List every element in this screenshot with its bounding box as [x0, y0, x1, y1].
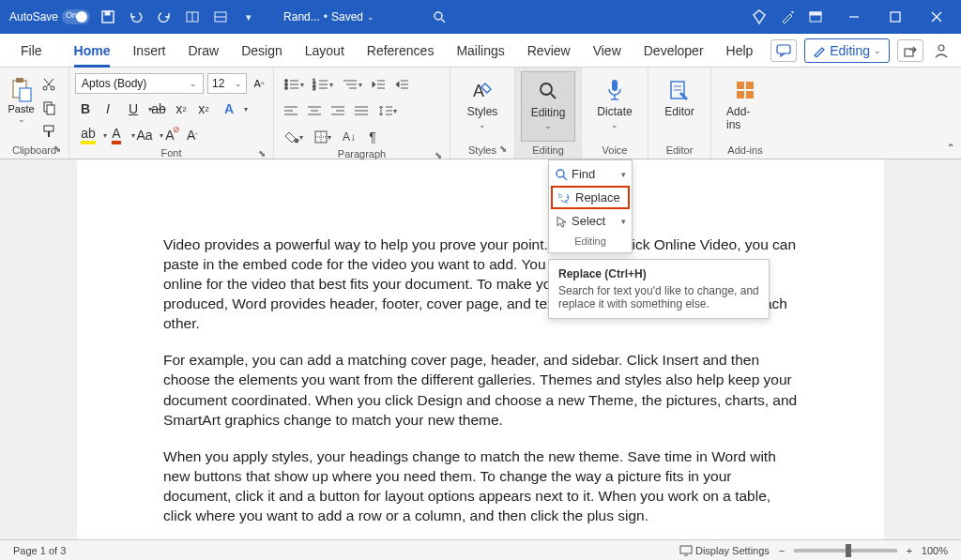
- paragraph[interactable]: When you apply styles, your headings cha…: [163, 446, 798, 525]
- comments-button[interactable]: [770, 39, 797, 62]
- editing-split-button[interactable]: Editing ⌄: [521, 71, 575, 142]
- close-button[interactable]: [916, 0, 957, 34]
- dialog-launcher-icon[interactable]: ⬊: [52, 144, 63, 155]
- grow-font-icon[interactable]: A^: [251, 73, 267, 94]
- indent-icon[interactable]: [390, 74, 413, 95]
- tab-help[interactable]: Help: [715, 34, 765, 68]
- save-icon[interactable]: [98, 7, 118, 27]
- svg-rect-9: [810, 12, 821, 15]
- group-editing: Editing ⌄ Editing: [515, 68, 582, 159]
- pen-sparkle-icon[interactable]: [777, 7, 798, 27]
- shrink-font-icon[interactable]: Aˇ: [182, 125, 203, 145]
- search-icon[interactable]: [429, 7, 450, 27]
- bold-button[interactable]: B: [75, 98, 96, 119]
- outdent-icon[interactable]: [367, 74, 389, 95]
- display-settings-button[interactable]: Display Settings: [674, 545, 775, 556]
- borders-icon[interactable]: ▾: [309, 127, 337, 147]
- superscript-button[interactable]: x2: [193, 98, 214, 119]
- copy-icon[interactable]: [38, 98, 59, 117]
- editing-mode-button[interactable]: Editing ⌄: [804, 38, 890, 63]
- zoom-level[interactable]: 100%: [916, 545, 953, 556]
- dialog-launcher-icon[interactable]: ⬊: [256, 148, 267, 159]
- qat-icon-1[interactable]: [182, 7, 203, 27]
- autosave-toggle[interactable]: AutoSave On: [4, 9, 90, 24]
- group-addins: Add-ins Add-ins: [711, 68, 779, 159]
- font-size-combo[interactable]: 12⌄: [207, 73, 247, 94]
- dictate-button[interactable]: Dictate ⌄: [587, 71, 642, 142]
- svg-point-16: [938, 45, 944, 51]
- menu-item-select[interactable]: Select ▾: [549, 209, 632, 233]
- zoom-out-button[interactable]: −: [775, 545, 788, 556]
- font-name-combo[interactable]: Aptos (Body)⌄: [75, 73, 204, 94]
- collapse-ribbon-icon[interactable]: ⌃: [946, 142, 955, 155]
- svg-point-69: [541, 83, 552, 95]
- show-marks-icon[interactable]: ¶: [361, 127, 384, 147]
- paragraph[interactable]: For example, you can add a matching cove…: [163, 350, 798, 429]
- svg-point-20: [43, 86, 47, 90]
- maximize-button[interactable]: [875, 0, 916, 34]
- svg-rect-25: [47, 105, 54, 114]
- format-painter-icon[interactable]: [38, 122, 59, 141]
- dialog-launcher-icon[interactable]: ⬊: [497, 144, 509, 155]
- minimize-button[interactable]: [833, 0, 875, 34]
- font-color-button[interactable]: A▾: [103, 125, 130, 145]
- sort-icon[interactable]: A↓: [338, 127, 360, 147]
- justify-icon[interactable]: [350, 100, 373, 121]
- redo-icon[interactable]: [154, 7, 175, 27]
- tab-file[interactable]: File: [9, 34, 53, 68]
- svg-point-28: [285, 80, 288, 83]
- tab-developer[interactable]: Developer: [633, 34, 715, 68]
- qat-overflow-icon[interactable]: ▾: [238, 7, 259, 27]
- ribbon: Paste ⌄ Clipboard⬊ Aptos (Body)⌄ 12⌄ A^ …: [0, 68, 961, 159]
- tab-references[interactable]: References: [356, 34, 446, 68]
- zoom-in-button[interactable]: +: [903, 545, 916, 556]
- profile-icon[interactable]: [931, 40, 952, 61]
- strike-button[interactable]: ab: [148, 98, 169, 119]
- menu-item-find[interactable]: Find ▾: [549, 162, 632, 186]
- align-center-icon[interactable]: [303, 100, 326, 121]
- shading-icon[interactable]: ▾: [280, 127, 308, 147]
- svg-line-70: [551, 94, 556, 98]
- tab-mailings[interactable]: Mailings: [445, 34, 515, 68]
- svg-rect-1: [105, 11, 110, 15]
- italic-button[interactable]: I: [98, 98, 118, 119]
- bullets-icon[interactable]: ▾: [280, 74, 308, 95]
- document-title[interactable]: Rand... • Saved ⌄: [283, 10, 374, 23]
- align-right-icon[interactable]: [327, 100, 349, 121]
- text-effects-icon[interactable]: A▾: [216, 98, 242, 119]
- tab-view[interactable]: View: [582, 34, 633, 68]
- qat-icon-2[interactable]: [210, 7, 231, 27]
- diamond-icon[interactable]: [749, 7, 770, 27]
- line-spacing-icon[interactable]: ▾: [374, 100, 402, 121]
- cut-icon[interactable]: [38, 75, 59, 94]
- numbering-icon[interactable]: 123▾: [309, 74, 337, 95]
- undo-icon[interactable]: [126, 7, 146, 27]
- tab-layout[interactable]: Layout: [294, 34, 356, 68]
- highlight-button[interactable]: ab▾: [75, 125, 101, 145]
- addins-button[interactable]: Add-ins: [717, 71, 773, 142]
- tab-home[interactable]: Home: [63, 34, 122, 68]
- editor-button[interactable]: Editor: [654, 71, 705, 142]
- zoom-slider[interactable]: [794, 549, 897, 552]
- subscript-button[interactable]: x2: [171, 98, 191, 119]
- tab-review[interactable]: Review: [516, 34, 582, 68]
- paste-button[interactable]: Paste ⌄: [6, 71, 37, 142]
- page-indicator[interactable]: Page 1 of 3: [8, 545, 71, 556]
- clear-format-icon[interactable]: A⊘: [160, 125, 180, 145]
- share-button[interactable]: [897, 39, 923, 62]
- multilevel-icon[interactable]: ▾: [338, 74, 366, 95]
- underline-button[interactable]: U▾: [120, 98, 146, 119]
- align-left-icon[interactable]: [280, 100, 302, 121]
- ribbon-display-icon[interactable]: [805, 7, 826, 27]
- styles-button[interactable]: A Styles ⌄: [456, 71, 509, 142]
- svg-point-32: [285, 87, 288, 90]
- svg-rect-85: [680, 546, 692, 553]
- menu-item-replace[interactable]: bc Replace: [551, 186, 630, 209]
- tab-draw[interactable]: Draw: [176, 34, 230, 68]
- svg-rect-71: [612, 80, 618, 91]
- replace-icon: bc: [558, 191, 572, 204]
- change-case-button[interactable]: Aa▾: [131, 125, 158, 145]
- tab-insert[interactable]: Insert: [121, 34, 176, 68]
- document-page[interactable]: Video provides a powerful way to help yo…: [77, 159, 884, 539]
- tab-design[interactable]: Design: [230, 34, 294, 68]
